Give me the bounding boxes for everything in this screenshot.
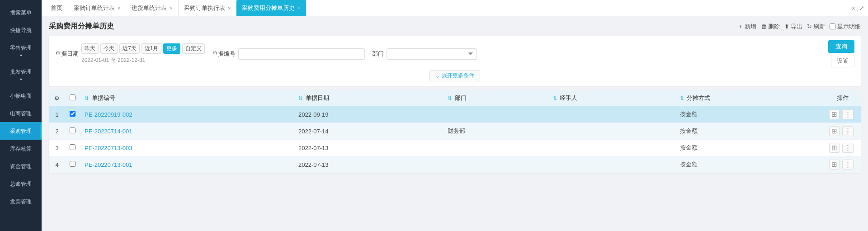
sidebar-item-inventory[interactable]: 库存核算 [0, 140, 42, 157]
table-check-th[interactable] [65, 90, 80, 106]
date-btn-more[interactable]: 更多 [163, 43, 180, 54]
more-icon[interactable]: ⋮ [842, 109, 854, 119]
tab-purchase-cost-history[interactable]: 采购费用分摊单历史 × [236, 0, 306, 16]
check-cell[interactable] [65, 156, 80, 173]
sidebar-item-label: 电商管理 [2, 110, 40, 118]
row-checkbox[interactable] [70, 144, 75, 150]
split-method-cell: 按金额 [675, 123, 825, 140]
table-settings-icon-th[interactable]: ⚙ [49, 90, 65, 106]
close-icon[interactable]: × [118, 5, 120, 11]
row-checkbox[interactable] [70, 111, 75, 117]
settings-button[interactable]: 设置 [831, 55, 854, 67]
sidebar-item-label: 资金管理 [2, 163, 40, 170]
dept-cell: 财务部 [443, 123, 548, 140]
add-button[interactable]: ＋ 新增 [737, 23, 756, 31]
date-btn-7days[interactable]: 近7天 [119, 43, 140, 54]
show-cols-toggle[interactable]: 显示明细 [830, 23, 861, 31]
view-icon[interactable]: ⊞ [829, 126, 840, 136]
doc-num-cell: PE-20220713-001 [80, 156, 294, 173]
sidebar-item-label: 发票管理 [2, 198, 40, 206]
sidebar-item-quicknav[interactable]: 快捷导航 [0, 21, 42, 39]
query-button[interactable]: 查询 [828, 40, 854, 53]
table-header-row: ⚙ ⇅ 单据编号 ⇅ 单据日期 [49, 90, 861, 106]
close-icon[interactable]: × [228, 5, 231, 11]
sort-icon: ⇅ [298, 95, 302, 101]
expand-label: 展开更多条件 [442, 72, 474, 80]
tab-inbound-stats[interactable]: 进货单统计表 × [126, 0, 178, 16]
chevron-down-icon: ⌄ [435, 73, 440, 79]
doc-num-filter: 单据编号 [212, 48, 365, 60]
doc-date-cell: 2022-07-13 [294, 140, 443, 156]
tabs-controls: × ⤢ [852, 5, 864, 12]
maximize-icon[interactable]: ⤢ [859, 5, 864, 12]
more-icon[interactable]: ⋮ [842, 126, 854, 136]
sidebar-item-label: 采购管理 [2, 127, 40, 135]
tab-label: 采购费用分摊单历史 [242, 4, 295, 12]
doc-num-label: 单据编号 [212, 50, 236, 58]
view-icon[interactable]: ⊞ [829, 109, 840, 119]
delete-label: 删除 [768, 23, 780, 31]
table-row: 1 PE-20220919-002 2022-09-19 按金额 ⊞ ⋮ [49, 106, 861, 123]
doc-num-link[interactable]: PE-20220919-002 [85, 111, 132, 118]
select-all-checkbox[interactable] [70, 94, 75, 100]
seq-cell: 4 [49, 156, 65, 173]
check-cell[interactable] [65, 123, 80, 140]
show-cols-checkbox[interactable] [830, 24, 835, 29]
doc-num-link[interactable]: PE-20220713-003 [85, 145, 132, 151]
action-cell: ⊞ ⋮ [825, 140, 861, 156]
tabs-bar: 首页 采购订单统计表 × 进货单统计表 × 采购订单执行表 × 采购费用分摊单历… [42, 0, 868, 16]
dept-cell [443, 140, 548, 156]
action-cell: ⊞ ⋮ [825, 123, 861, 140]
date-btn-yesterday[interactable]: 昨天 [81, 43, 99, 54]
sidebar-item-wholesale[interactable]: 批发管理 ▾ [0, 63, 42, 87]
sidebar-item-invoice[interactable]: 发票管理 [0, 193, 42, 210]
refresh-icon: ↻ [807, 23, 812, 30]
date-btn-custom[interactable]: 自定义 [182, 43, 205, 54]
sidebar-item-label: 搜索菜单 [2, 9, 40, 17]
sidebar-item-finance[interactable]: 资金管理 [0, 157, 42, 175]
chevron-down-icon: ▾ [20, 77, 22, 82]
check-cell[interactable] [65, 106, 80, 123]
refresh-button[interactable]: ↻ 刷新 [807, 23, 825, 31]
doc-num-link[interactable]: PE-20220714-001 [85, 128, 132, 135]
dept-select[interactable] [387, 48, 477, 60]
close-icon[interactable]: × [297, 5, 300, 11]
sidebar-item-purchase[interactable]: 采购管理 [0, 122, 42, 140]
view-icon[interactable]: ⊞ [829, 160, 840, 170]
sidebar-item-ecommerce[interactable]: 电商管理 [0, 104, 42, 122]
doc-num-link[interactable]: PE-20220713-001 [85, 161, 132, 168]
sidebar-item-label: 小畅电商 [2, 92, 40, 100]
close-window-icon[interactable]: × [852, 5, 855, 12]
close-icon[interactable]: × [170, 5, 172, 11]
sidebar-item-ledger[interactable]: 总账管理 [0, 175, 42, 193]
date-btn-today[interactable]: 今天 [100, 43, 118, 54]
date-range-text: 2022-01-01 至 2022-12-31 [81, 57, 205, 64]
sort-icon: ⇅ [85, 95, 89, 101]
tab-home[interactable]: 首页 [45, 0, 68, 16]
date-btn-1month[interactable]: 近1月 [142, 43, 162, 54]
sidebar-item-search[interactable]: 搜索菜单 [0, 4, 42, 21]
expand-button[interactable]: ⌄ 展开更多条件 [429, 70, 480, 81]
row-checkbox[interactable] [70, 161, 75, 167]
tab-purchase-exec[interactable]: 采购订单执行表 × [179, 0, 236, 16]
view-icon[interactable]: ⊞ [829, 143, 840, 153]
more-icon[interactable]: ⋮ [842, 160, 854, 170]
doc-num-input[interactable] [238, 48, 365, 60]
row-checkbox[interactable] [70, 127, 75, 133]
handler-cell [548, 140, 675, 156]
more-icon[interactable]: ⋮ [842, 143, 854, 153]
export-button[interactable]: ⬆ 导出 [784, 23, 802, 31]
tab-purchase-order-stats[interactable]: 采购订单统计表 × [68, 0, 126, 16]
col-header-split: ⇅ 分摊方式 [675, 90, 825, 106]
add-label: 新增 [745, 23, 756, 31]
delete-button[interactable]: 🗑 删除 [761, 23, 780, 31]
col-header-label: 分摊方式 [687, 94, 710, 101]
dept-filter: 部门 [372, 48, 477, 60]
check-cell[interactable] [65, 140, 80, 156]
table-row: 4 PE-20220713-001 2022-07-13 按金额 ⊞ ⋮ [49, 156, 861, 173]
sidebar-item-retail[interactable]: 零售管理 ▾ [0, 39, 42, 63]
action-cell: ⊞ ⋮ [825, 106, 861, 123]
col-header-doc-date: ⇅ 单据日期 [294, 90, 443, 106]
sidebar-item-ecommerce-small[interactable]: 小畅电商 [0, 87, 42, 104]
plus-icon: ＋ [737, 23, 743, 31]
